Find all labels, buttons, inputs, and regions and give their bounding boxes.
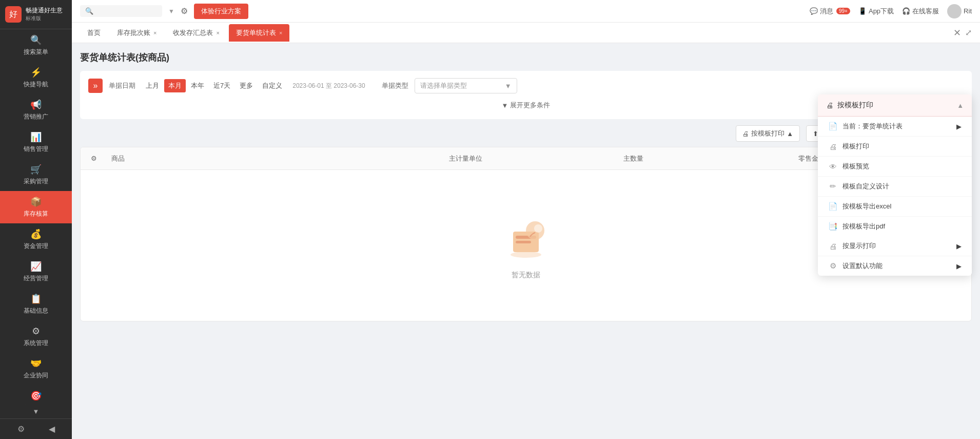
sidebar-item-库存核算[interactable]: 📦库存核算 — [0, 191, 72, 223]
tab-首页[interactable]: 首页 — [80, 24, 108, 42]
print-item-按模板导出pdf[interactable]: 📑按模板导出pdf — [818, 217, 972, 236]
filter-toggle-btn[interactable]: » — [88, 79, 103, 93]
print-dropdown-close-icon[interactable]: ▲ — [957, 102, 964, 109]
svg-rect-3 — [516, 241, 531, 243]
scroll-down-btn[interactable]: ▼ — [0, 405, 72, 418]
th-product: 商品 — [105, 154, 443, 163]
sidebar: 好 畅捷通好生意 标准版 🔍搜索菜单⚡快捷导航📢营销推广📊销售管理🛒采购管理📦库… — [0, 0, 72, 439]
sidebar-item-营销推广[interactable]: 📢营销推广 — [0, 94, 72, 126]
tab-label: 要货单统计表 — [236, 28, 276, 37]
tabs-actions: ✕ ⤢ — [953, 27, 972, 39]
user-area[interactable]: Rit — [947, 4, 972, 18]
date-btn-本年[interactable]: 本年 — [187, 79, 208, 92]
print-btn[interactable]: 🖨 按模板打印 ▲ — [736, 125, 800, 142]
sidebar-item-基础信息[interactable]: 📋基础信息 — [0, 288, 72, 320]
app-logo: 好 畅捷通好生意 标准版 — [0, 0, 72, 29]
print-dropdown-header: 🖨 按模板打印 ▲ — [818, 94, 972, 117]
print-item-模板预览[interactable]: 👁模板预览 — [818, 157, 972, 177]
sidebar-item-经营管理[interactable]: 📈经营管理 — [0, 256, 72, 288]
empty-text: 暂无数据 — [512, 271, 540, 280]
topbar-chevron-icon[interactable]: ▼ — [168, 8, 174, 15]
nav-label: 营销推广 — [24, 112, 48, 121]
nav-label: 搜索菜单 — [24, 48, 48, 56]
date-btn-本月[interactable]: 本月 — [164, 79, 186, 92]
nav-icon: ⚡ — [30, 67, 42, 78]
industry-btn[interactable]: 体验行业方案 — [194, 4, 248, 19]
date-btn-上月[interactable]: 上月 — [142, 79, 163, 92]
topbar-gear-icon[interactable]: ⚙ — [181, 6, 188, 16]
nav-icon: ⚙ — [32, 326, 40, 337]
tabs-close-icon[interactable]: ✕ — [953, 27, 961, 39]
print-item-按模板导出excel[interactable]: 📄按模板导出excel — [818, 197, 972, 217]
avatar — [947, 4, 962, 18]
item-label: 模板打印 — [842, 142, 869, 151]
sidebar-item-资金管理[interactable]: 💰资金管理 — [0, 223, 72, 256]
default-settings-item[interactable]: ⚙ 设置默认功能 ▶ — [818, 256, 972, 276]
date-btns: 上月本月本年近7天更多自定义 — [142, 79, 286, 92]
item-icon: 👁 — [828, 162, 837, 171]
app-name: 畅捷通好生意 — [26, 7, 63, 15]
date-btn-更多[interactable]: 更多 — [236, 79, 257, 92]
item-icon: 📑 — [828, 222, 837, 231]
item-label: 模板预览 — [842, 162, 869, 171]
print-dropdown: 🖨 按模板打印 ▲ 📄 当前：要货单统计表 ▶ 🖨模板打印👁模板预览✏模板自定义… — [818, 94, 972, 276]
sidebar-item-新手引导[interactable]: 🎯新手引导 — [0, 385, 72, 405]
order-type-placeholder: 请选择单据类型 — [420, 81, 501, 90]
tab-库存批次账[interactable]: 库存批次账× — [110, 24, 164, 42]
expand-more-btn[interactable]: ▼ 展开更多条件 — [498, 99, 555, 112]
online-service-btn[interactable]: 🎧 在线客服 — [902, 7, 939, 16]
nav-icon: 🔍 — [30, 34, 42, 46]
nav-icon: 📢 — [30, 99, 42, 110]
page-title: 要货单统计表(按商品) — [80, 51, 972, 64]
nav-icon: 🤝 — [30, 358, 42, 369]
collapse-icon[interactable]: ◀ — [49, 424, 55, 434]
item-icon: 📄 — [828, 202, 837, 211]
date-btn-自定义[interactable]: 自定义 — [258, 79, 286, 92]
search-bar[interactable]: 🔍 — [80, 5, 162, 17]
print-dropdown-title-text: 按模板打印 — [837, 101, 873, 110]
print-item-模板自定义设计[interactable]: ✏模板自定义设计 — [818, 177, 972, 197]
print-item-模板打印[interactable]: 🖨模板打印 — [818, 137, 972, 157]
tab-close-icon[interactable]: × — [153, 30, 156, 36]
order-type-select[interactable]: 请选择单据类型 ▼ — [415, 78, 517, 93]
sidebar-item-系统管理[interactable]: ⚙系统管理 — [0, 320, 72, 353]
settings-icon[interactable]: ⚙ — [17, 424, 25, 434]
item-label: 模板自定义设计 — [842, 182, 889, 191]
nav-icon: 📈 — [30, 261, 42, 272]
current-template-item[interactable]: 📄 当前：要货单统计表 ▶ — [818, 117, 972, 137]
default-settings-arrow: ▶ — [956, 262, 962, 270]
sidebar-item-采购管理[interactable]: 🛒采购管理 — [0, 159, 72, 191]
sidebar-item-快捷导航[interactable]: ⚡快捷导航 — [0, 62, 72, 94]
sidebar-footer: ⚙ ◀ — [0, 418, 72, 439]
sidebar-item-企业协同[interactable]: 🤝企业协同 — [0, 353, 72, 385]
tab-label: 收发存汇总表 — [173, 28, 213, 37]
search-icon: 🔍 — [85, 7, 93, 15]
select-arrow-icon: ▼ — [505, 82, 512, 90]
empty-icon — [500, 211, 552, 262]
print-label: 按模板打印 — [751, 129, 785, 138]
tabs-expand-icon[interactable]: ⤢ — [965, 28, 972, 37]
display-print-icon: 🖨 — [828, 242, 837, 251]
svg-point-0 — [511, 252, 541, 258]
display-print-item[interactable]: 🖨 按显示打印 ▶ — [818, 236, 972, 256]
tab-bar: 首页库存批次账×收发存汇总表×要货单统计表× ✕ ⤢ — [72, 23, 980, 43]
messages-btn[interactable]: 💬 消息 99+ — [810, 7, 850, 16]
tab-close-icon[interactable]: × — [279, 30, 282, 36]
date-btn-近7天[interactable]: 近7天 — [209, 79, 234, 92]
print-dropdown-title: 🖨 按模板打印 — [826, 101, 873, 110]
app-icon: 📱 — [858, 7, 867, 15]
nav-icon: 🛒 — [30, 164, 42, 175]
tab-收发存汇总表[interactable]: 收发存汇总表× — [166, 24, 226, 42]
nav-label: 企业协同 — [24, 371, 48, 380]
nav-label: 基础信息 — [24, 307, 48, 315]
search-input[interactable] — [96, 8, 148, 15]
sidebar-item-销售管理[interactable]: 📊销售管理 — [0, 126, 72, 159]
nav-label: 快捷导航 — [24, 80, 48, 89]
app-download-btn[interactable]: 📱 App下载 — [858, 7, 894, 16]
nav-label: 资金管理 — [24, 242, 48, 251]
tab-close-icon[interactable]: × — [216, 30, 219, 36]
tab-要货单统计表[interactable]: 要货单统计表× — [229, 24, 289, 42]
filter-row-1: » 单据日期 上月本月本年近7天更多自定义 2023-06-01 至 2023-… — [88, 78, 964, 93]
topbar: 🔍 ▼ ⚙ 体验行业方案 💬 消息 99+ 📱 App下载 🎧 在线客服 Rit — [72, 0, 980, 23]
sidebar-item-搜索菜单[interactable]: 🔍搜索菜单 — [0, 29, 72, 62]
